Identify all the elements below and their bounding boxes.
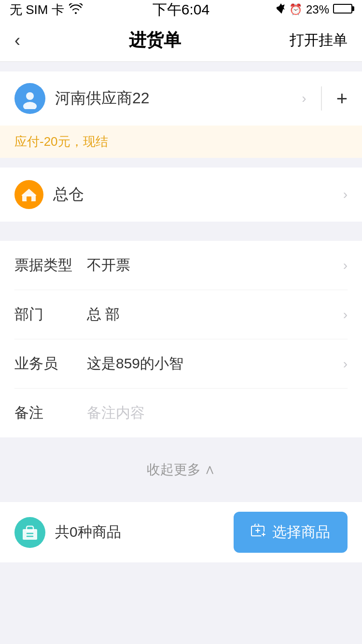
nav-bar: ‹ 进货单 打开挂单 bbox=[0, 19, 362, 62]
warehouse-section: 总仓 › bbox=[0, 168, 362, 222]
alarm-icon: ⏰ bbox=[289, 3, 302, 16]
notice-banner: 应付-20元，现结 bbox=[0, 126, 362, 158]
department-row[interactable]: 部门 总 部 › bbox=[0, 290, 362, 339]
supplier-name: 河南供应商22 bbox=[55, 88, 302, 109]
remark-label: 备注 bbox=[14, 403, 77, 423]
section-gap-3 bbox=[0, 222, 362, 231]
svg-marker-3 bbox=[21, 189, 37, 196]
carrier-text: 无 SIM 卡 bbox=[10, 1, 64, 18]
dept-label: 部门 bbox=[14, 305, 77, 324]
warehouse-name: 总仓 bbox=[53, 184, 343, 205]
product-count: 共0种商品 bbox=[55, 522, 224, 542]
warehouse-row[interactable]: 总仓 › bbox=[0, 168, 362, 222]
battery-icon bbox=[333, 3, 352, 16]
status-bar: 无 SIM 卡 下午6:04 ⏰ 23% bbox=[0, 0, 362, 19]
section-gap-1 bbox=[0, 62, 362, 71]
select-btn-label: 选择商品 bbox=[272, 522, 330, 542]
back-button[interactable]: ‹ bbox=[14, 30, 20, 51]
warehouse-icon bbox=[14, 180, 43, 209]
page-title: 进货单 bbox=[129, 28, 181, 52]
invoice-value: 不开票 bbox=[77, 255, 343, 275]
add-supplier-icon[interactable]: + bbox=[336, 88, 348, 110]
form-section: 票据类型 不开票 › 部门 总 部 › 业务员 这是859的小智 › 备注 备注… bbox=[0, 241, 362, 437]
warehouse-chevron-icon: › bbox=[343, 187, 348, 202]
salesman-label: 业务员 bbox=[14, 354, 77, 374]
select-btn-icon bbox=[251, 524, 266, 541]
open-pending-button[interactable]: 打开挂单 bbox=[290, 30, 348, 50]
battery-percent: 23% bbox=[306, 3, 329, 16]
invoice-chevron-icon: › bbox=[343, 258, 348, 273]
status-left: 无 SIM 卡 bbox=[10, 1, 83, 18]
invoice-row[interactable]: 票据类型 不开票 › bbox=[0, 241, 362, 290]
supplier-chevron-icon: › bbox=[302, 91, 306, 106]
salesman-value: 这是859的小智 bbox=[77, 354, 343, 374]
supplier-section: 河南供应商22 › + 应付-20元，现结 bbox=[0, 71, 362, 158]
remark-row[interactable]: 备注 备注内容 bbox=[0, 389, 362, 437]
select-product-button[interactable]: 选择商品 bbox=[234, 512, 348, 553]
status-right: ⏰ 23% bbox=[277, 3, 352, 16]
dept-value: 总 部 bbox=[77, 305, 343, 324]
collapse-button[interactable]: 收起更多 ∧ bbox=[0, 447, 362, 492]
status-time: 下午6:04 bbox=[153, 0, 209, 20]
invoice-label: 票据类型 bbox=[14, 255, 77, 275]
section-gap-2 bbox=[0, 158, 362, 168]
background-fill bbox=[0, 562, 362, 644]
supplier-divider bbox=[321, 86, 322, 111]
location-icon bbox=[277, 3, 285, 16]
wifi-icon bbox=[69, 2, 83, 17]
svg-point-1 bbox=[23, 102, 37, 109]
svg-point-0 bbox=[26, 92, 34, 100]
salesman-chevron-icon: › bbox=[343, 356, 348, 372]
salesman-row[interactable]: 业务员 这是859的小智 › bbox=[0, 339, 362, 388]
product-icon bbox=[14, 517, 45, 548]
supplier-row[interactable]: 河南供应商22 › + bbox=[0, 71, 362, 126]
dept-chevron-icon: › bbox=[343, 307, 348, 322]
svg-rect-4 bbox=[27, 196, 31, 201]
bottom-bar: 共0种商品 选择商品 bbox=[0, 502, 362, 562]
supplier-row-right: › + bbox=[302, 86, 348, 111]
supplier-avatar bbox=[14, 83, 45, 114]
remark-input[interactable]: 备注内容 bbox=[77, 403, 348, 423]
